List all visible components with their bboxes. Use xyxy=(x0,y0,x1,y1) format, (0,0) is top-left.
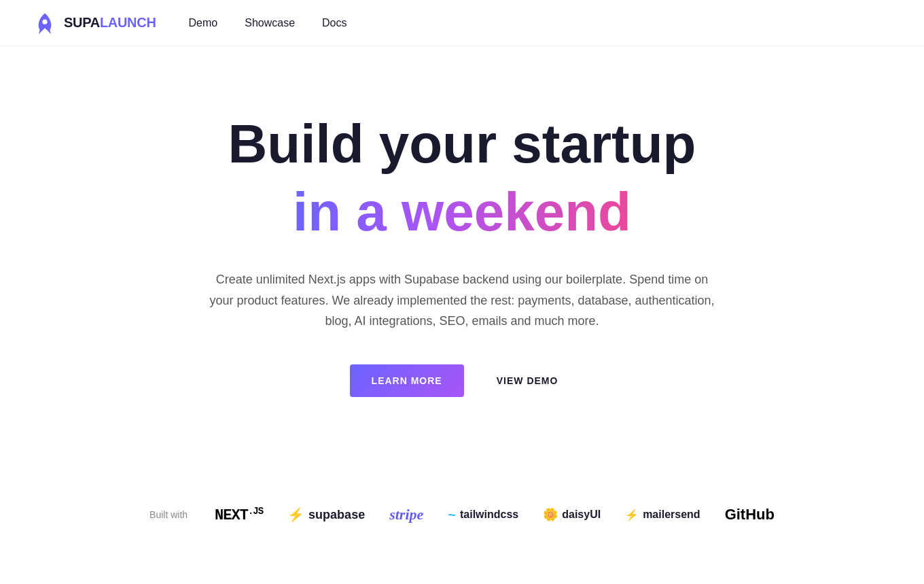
rocket-icon xyxy=(33,11,57,35)
stripe-logo: stripe xyxy=(389,506,423,523)
view-demo-button[interactable]: VIEW DEMO xyxy=(480,364,575,397)
supabase-icon: ⚡ xyxy=(287,506,304,523)
brand-logo[interactable]: SUPALAUNCH xyxy=(33,11,156,35)
hero-title-line2: in a weekend xyxy=(293,182,631,242)
mailersend-logo: ⚡ mailersend xyxy=(625,509,700,521)
tech-logos: NEXT.JS ⚡ supabase stripe ~ tailwindcss … xyxy=(215,506,775,524)
tailwind-icon: ~ xyxy=(448,507,456,523)
nextjs-logo: NEXT.JS xyxy=(215,506,263,524)
hero-buttons: LEARN MORE VIEW DEMO xyxy=(350,364,575,397)
nav-link-showcase[interactable]: Showcase xyxy=(245,17,295,29)
tailwind-logo: ~ tailwindcss xyxy=(448,507,518,523)
nav-link-demo[interactable]: Demo xyxy=(189,17,218,29)
hero-section: Build your startup in a weekend Create u… xyxy=(0,46,924,451)
svg-point-0 xyxy=(42,19,47,24)
supabase-logo: ⚡ supabase xyxy=(287,506,365,523)
hero-title-line1: Build your startup xyxy=(228,114,696,174)
built-with-section: Built with NEXT.JS ⚡ supabase stripe ~ t… xyxy=(0,479,924,551)
brand-name-launch: LAUNCH xyxy=(100,15,156,30)
learn-more-button[interactable]: LEARN MORE xyxy=(350,364,464,397)
hero-description: Create unlimited Next.js apps with Supab… xyxy=(207,269,717,332)
daisy-icon: 🌼 xyxy=(543,507,558,522)
github-logo: GitHub xyxy=(725,506,775,523)
navbar: SUPALAUNCH Demo Showcase Docs xyxy=(0,0,924,46)
nav-links: Demo Showcase Docs xyxy=(189,17,347,29)
daisyui-logo: 🌼 daisyUI xyxy=(543,507,601,522)
mailersend-icon: ⚡ xyxy=(625,509,639,521)
nav-link-docs[interactable]: Docs xyxy=(322,17,346,29)
brand-name-supa: SUPA xyxy=(64,15,100,30)
built-with-label: Built with xyxy=(149,509,188,520)
